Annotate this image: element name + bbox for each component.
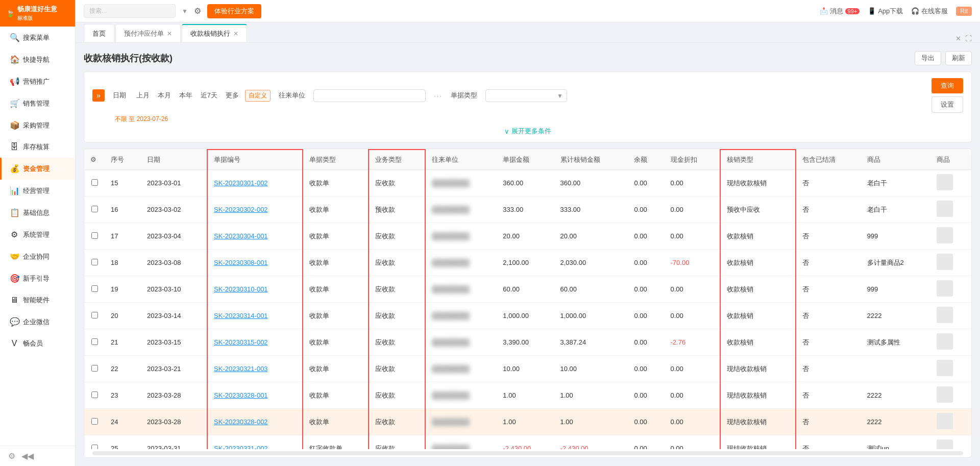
sidebar-item-enterprise[interactable]: 🤝 企业协同 [0,246,75,267]
tab-expand-icon[interactable]: ⛶ [965,35,972,42]
sidebar-item-hardware[interactable]: 🖥 智能硬件 [0,289,75,311]
sidebar-item-quicknav[interactable]: 🏠 快捷导航 [0,48,75,70]
cell-voucher-no[interactable]: SK-20230308-001 [207,250,303,276]
row-checkbox[interactable] [91,365,98,372]
collapse-icon[interactable]: ◀◀ [21,451,34,461]
row-checkbox[interactable] [91,206,98,212]
sidebar-item-sales[interactable]: 🛒 销售管理 [0,92,75,114]
industry-btn[interactable]: 体验行业方案 [207,4,261,18]
refresh-btn[interactable]: 刷新 [945,51,972,65]
cell-checkbox[interactable] [84,382,105,409]
cell-voucher-no[interactable]: SK-20230302-002 [207,197,303,223]
cell-voucher-no[interactable]: SK-20230314-001 [207,303,303,329]
sidebar-item-inventory[interactable]: 🗄 库存核算 [0,136,75,158]
sidebar-item-marketing[interactable]: 📢 营销推广 [0,70,75,92]
cell-cash-discount: 0.00 [665,382,720,409]
row-checkbox[interactable] [91,285,98,292]
sidebar-icon-system: ⚙ [10,230,19,239]
last-month-btn[interactable]: 上月 [134,90,152,101]
cell-checkbox[interactable] [84,197,105,223]
cell-voucher-no[interactable]: SK-20230328-001 [207,382,303,409]
this-month-btn[interactable]: 本月 [156,90,173,101]
cell-voucher-no[interactable]: SK-20230321-003 [207,356,303,382]
cell-voucher-no[interactable]: SK-20230315-002 [207,329,303,356]
cell-checkbox[interactable] [84,409,105,435]
export-btn[interactable]: 导出 [915,51,941,65]
topbar-search[interactable]: 搜索... [84,4,176,18]
row-checkbox[interactable] [91,418,98,425]
customer-service-item[interactable]: 🎧 在线客服 [911,7,948,16]
cell-voucher-no[interactable]: SK-20230331-002 [207,435,303,450]
cell-goods: 老白干 [861,170,931,197]
row-checkbox[interactable] [91,445,98,450]
cell-company: ████████ [425,303,497,329]
sidebar-item-guide[interactable]: 🎯 新手引导 [0,267,75,289]
th-gear[interactable]: ⚙ [84,150,105,170]
cell-voucher-no[interactable]: SK-20230310-001 [207,276,303,303]
cell-goods-img [930,382,971,409]
sidebar-item-member[interactable]: V 畅会员 [0,333,75,354]
cell-seq: 24 [105,409,141,435]
row-checkbox[interactable] [91,338,98,345]
cell-company: ████████ [425,223,497,250]
cell-biz-type: 应收款 [369,435,425,450]
sidebar-item-purchase[interactable]: 📦 采购管理 [0,114,75,136]
cell-offset-type: 收款核销 [720,223,796,250]
payable-tab-close[interactable]: ✕ [167,30,172,37]
row-checkbox[interactable] [91,259,98,265]
voucher-type-select[interactable] [485,89,567,102]
sidebar-item-wechat[interactable]: 💬 企业微信 [0,311,75,333]
messages-item[interactable]: 📩 消息 99+ [820,7,860,16]
cell-checkbox[interactable] [84,435,105,450]
row-checkbox[interactable] [91,179,98,186]
sidebar-item-basic[interactable]: 📋 基础信息 [0,202,75,224]
sidebar-item-operation[interactable]: 📊 经营管理 [0,180,75,202]
cell-voucher-no[interactable]: SK-20230301-002 [207,170,303,197]
tab-receipt[interactable]: 收款核销执行 ✕ [182,24,247,42]
cell-checkbox[interactable] [84,329,105,356]
cell-checkbox[interactable] [84,303,105,329]
cell-amount: 2,100.00 [497,250,554,276]
this-year-btn[interactable]: 本年 [177,90,194,101]
filter-settings-btn[interactable]: 设置 [932,96,963,113]
query-btn[interactable]: 查询 [932,78,963,93]
cell-checkbox[interactable] [84,170,105,197]
row-checkbox[interactable] [91,232,98,239]
table-scroll[interactable]: ⚙ 序号 日期 单据编号 单据类型 业务类型 往来单位 单据金额 累计核销金额 … [84,149,971,449]
tab-home[interactable]: 首页 [84,24,114,42]
expand-conditions-btn[interactable]: ∨ 展开更多条件 [92,127,963,136]
page-title: 收款核销执行(按收款) [84,52,173,64]
row-checkbox[interactable] [91,391,98,398]
horizontal-scrollbar[interactable] [92,451,963,455]
sidebar-item-system[interactable]: ⚙ 系统管理 [0,224,75,246]
user-avatar[interactable]: Rit [956,7,972,16]
row-checkbox[interactable] [91,312,98,318]
receipt-tab-close[interactable]: ✕ [233,30,238,37]
app-download-item[interactable]: 📱 App下载 [868,7,903,16]
topbar-gear-icon[interactable]: ⚙ [194,6,201,16]
filter-dots: ··· [434,92,443,100]
filter-toggle-btn[interactable]: » [92,89,105,102]
last-7-days-btn[interactable]: 近7天 [199,90,219,101]
company-input[interactable] [313,89,426,102]
cell-total-offset: 1,000.00 [554,303,628,329]
cell-checkbox[interactable] [84,250,105,276]
column-settings-icon[interactable]: ⚙ [90,156,96,163]
cell-voucher-no[interactable]: SK-20230328-002 [207,409,303,435]
sidebar-item-finance[interactable]: 💰 资金管理 [0,158,75,180]
cell-date: 2023-03-01 [141,170,207,197]
cell-checkbox[interactable] [84,223,105,250]
sidebar-item-search[interactable]: 🔍 搜索菜单 [0,27,75,48]
cell-checkbox[interactable] [84,276,105,303]
tab-close-all-icon[interactable]: ✕ [955,35,961,42]
more-btn[interactable]: 更多 [224,90,241,101]
tab-payable[interactable]: 预付冲应付单 ✕ [115,24,181,42]
settings-icon[interactable]: ⚙ [8,451,15,461]
cell-voucher-no[interactable]: SK-20230304-001 [207,223,303,250]
sidebar-label-hardware: 智能硬件 [23,296,50,305]
sidebar-label-sales: 销售管理 [23,99,50,108]
cell-checkbox[interactable] [84,356,105,382]
cell-amount: 1,000.00 [497,303,554,329]
custom-date-btn[interactable]: 自定义 [245,90,271,102]
cell-voucher-type: 收款单 [303,409,369,435]
